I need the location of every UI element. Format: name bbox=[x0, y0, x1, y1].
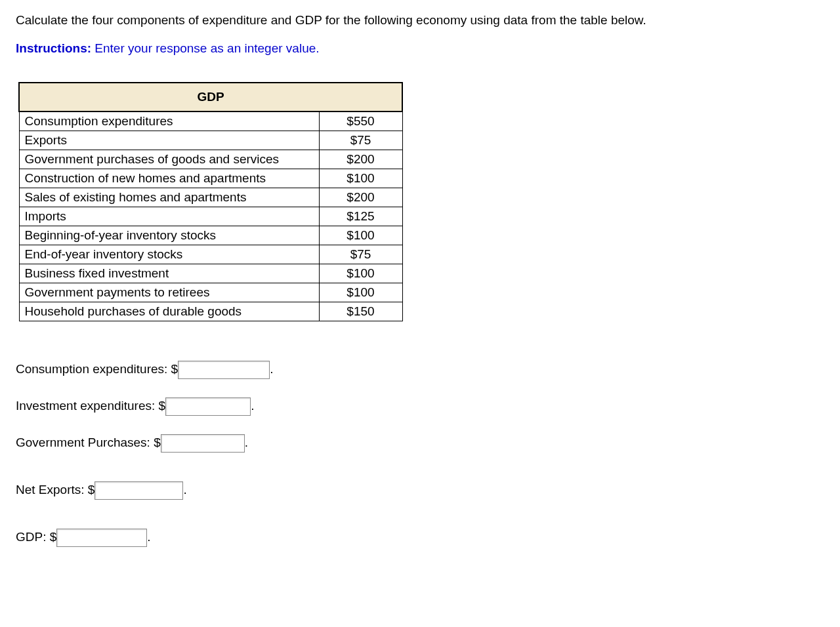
instructions-text: Enter your response as an integer value. bbox=[91, 41, 319, 55]
answer-row-gdp: GDP: $. bbox=[16, 529, 824, 547]
table-row: Sales of existing homes and apartments $… bbox=[19, 188, 402, 207]
row-label: Government payments to retirees bbox=[19, 283, 319, 302]
table-row: Beginning-of-year inventory stocks $100 bbox=[19, 226, 402, 245]
row-label: Beginning-of-year inventory stocks bbox=[19, 226, 319, 245]
investment-input[interactable] bbox=[165, 397, 251, 416]
row-value: $100 bbox=[319, 264, 402, 283]
table-row: Business fixed investment $100 bbox=[19, 264, 402, 283]
gdp-table: GDP Consumption expenditures $550 Export… bbox=[18, 82, 403, 321]
row-value: $125 bbox=[319, 207, 402, 226]
table-row: Exports $75 bbox=[19, 131, 402, 150]
period: . bbox=[251, 399, 254, 413]
question-text: Calculate the four components of expendi… bbox=[16, 12, 824, 30]
instructions-line: Instructions: Enter your response as an … bbox=[16, 41, 824, 56]
table-header: GDP bbox=[19, 83, 402, 111]
row-label: Household purchases of durable goods bbox=[19, 302, 319, 321]
row-value: $550 bbox=[319, 111, 402, 131]
consumption-input[interactable] bbox=[178, 361, 270, 379]
answer-label: Net Exports: $ bbox=[16, 483, 94, 496]
table-row: Imports $125 bbox=[19, 207, 402, 226]
row-value: $100 bbox=[319, 226, 402, 245]
table-row: Household purchases of durable goods $15… bbox=[19, 302, 402, 321]
row-value: $200 bbox=[319, 150, 402, 169]
period: . bbox=[147, 530, 150, 544]
period: . bbox=[245, 435, 248, 449]
row-value: $100 bbox=[319, 169, 402, 188]
row-label: Imports bbox=[19, 207, 319, 226]
period: . bbox=[270, 362, 273, 376]
table-row: Government purchases of goods and servic… bbox=[19, 150, 402, 169]
answer-row-government: Government Purchases: $. bbox=[16, 434, 824, 453]
table-row: Construction of new homes and apartments… bbox=[19, 169, 402, 188]
answer-label: Government Purchases: $ bbox=[16, 435, 161, 449]
answer-label: Investment expenditures: $ bbox=[16, 399, 165, 413]
row-label: Sales of existing homes and apartments bbox=[19, 188, 319, 207]
row-label: End-of-year inventory stocks bbox=[19, 245, 319, 264]
table-row: Consumption expenditures $550 bbox=[19, 111, 402, 131]
answer-label: Consumption expenditures: $ bbox=[16, 362, 178, 376]
answer-label: GDP: $ bbox=[16, 530, 56, 544]
table-row: End-of-year inventory stocks $75 bbox=[19, 245, 402, 264]
answer-row-consumption: Consumption expenditures: $. bbox=[16, 361, 824, 379]
row-label: Government purchases of goods and servic… bbox=[19, 150, 319, 169]
row-value: $200 bbox=[319, 188, 402, 207]
row-label: Exports bbox=[19, 131, 319, 150]
row-value: $75 bbox=[319, 131, 402, 150]
row-label: Construction of new homes and apartments bbox=[19, 169, 319, 188]
row-value: $150 bbox=[319, 302, 402, 321]
row-label: Business fixed investment bbox=[19, 264, 319, 283]
answer-row-investment: Investment expenditures: $. bbox=[16, 397, 824, 416]
period: . bbox=[183, 483, 186, 496]
row-value: $75 bbox=[319, 245, 402, 264]
row-label: Consumption expenditures bbox=[19, 111, 319, 131]
table-row: Government payments to retirees $100 bbox=[19, 283, 402, 302]
government-input[interactable] bbox=[161, 434, 245, 453]
instructions-label: Instructions: bbox=[16, 41, 91, 55]
netexports-input[interactable] bbox=[94, 481, 183, 500]
gdp-input[interactable] bbox=[56, 529, 147, 547]
answer-row-netexports: Net Exports: $. bbox=[16, 481, 824, 500]
row-value: $100 bbox=[319, 283, 402, 302]
